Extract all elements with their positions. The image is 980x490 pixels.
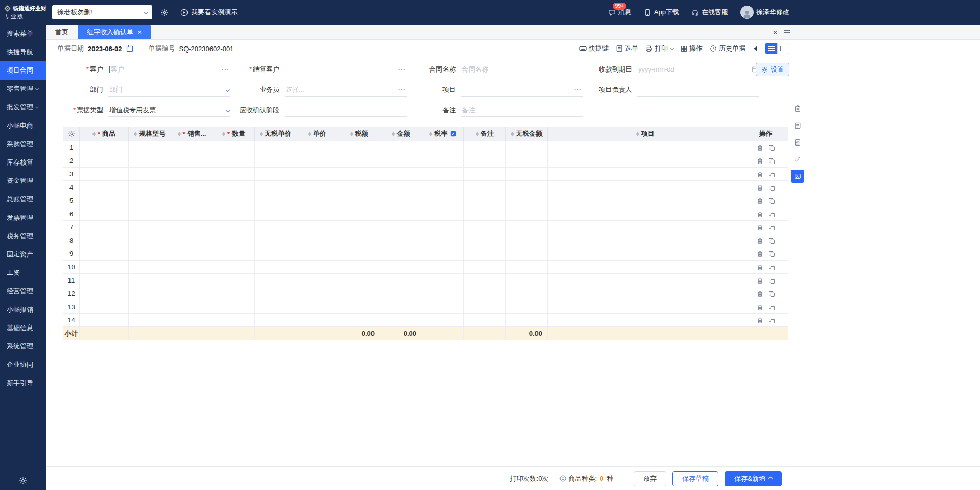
card-view-toggle[interactable] bbox=[777, 43, 789, 54]
grid-cell[interactable] bbox=[171, 287, 213, 300]
sort-icons[interactable] bbox=[476, 132, 479, 136]
grid-cell[interactable] bbox=[548, 168, 743, 181]
grid-cell[interactable] bbox=[380, 261, 422, 274]
save-and-new-button[interactable]: 保存&新增 bbox=[725, 471, 782, 486]
online-service-button[interactable]: 在线客服 bbox=[691, 8, 728, 17]
sidebar-item[interactable]: 批发管理 bbox=[0, 98, 46, 116]
salesman-input[interactable]: 选择... ··· bbox=[285, 83, 407, 97]
due-date-input[interactable]: yyyy-mm-dd bbox=[637, 63, 759, 76]
grid-cell[interactable] bbox=[338, 247, 380, 261]
grid-cell[interactable] bbox=[506, 154, 548, 168]
grid-cell[interactable] bbox=[213, 261, 255, 274]
column-header[interactable]: 规格型号 bbox=[129, 127, 171, 141]
grid-cell[interactable] bbox=[296, 247, 338, 261]
grid-cell[interactable] bbox=[464, 154, 506, 168]
grid-cell[interactable] bbox=[171, 154, 213, 168]
grid-cell[interactable] bbox=[80, 194, 129, 207]
demo-link[interactable]: 我要看实例演示 bbox=[180, 8, 238, 17]
grid-cell[interactable] bbox=[548, 207, 743, 221]
grid-cell[interactable] bbox=[380, 168, 422, 181]
print-button[interactable]: 打印 bbox=[645, 44, 673, 53]
grid-cell[interactable] bbox=[422, 207, 464, 221]
calculator-panel-icon[interactable] bbox=[791, 136, 804, 149]
grid-settings-header[interactable] bbox=[63, 127, 80, 141]
grid-cell[interactable] bbox=[129, 274, 171, 287]
grid-cell[interactable] bbox=[80, 181, 129, 194]
grid-cell[interactable] bbox=[338, 154, 380, 168]
tab[interactable]: 首页 bbox=[46, 25, 78, 39]
grid-cell[interactable] bbox=[422, 181, 464, 194]
invoice-type-select[interactable]: 增值税专用发票 bbox=[108, 104, 230, 117]
grid-cell[interactable] bbox=[506, 168, 548, 181]
grid-cell[interactable] bbox=[380, 207, 422, 221]
sidebar-item[interactable]: 新手引导 bbox=[0, 374, 46, 392]
grid-cell[interactable] bbox=[129, 141, 171, 154]
grid-cell[interactable] bbox=[296, 168, 338, 181]
grid-cell[interactable] bbox=[129, 287, 171, 300]
delete-row-icon[interactable] bbox=[757, 291, 763, 297]
grid-cell[interactable] bbox=[129, 168, 171, 181]
copy-row-icon[interactable] bbox=[768, 317, 775, 324]
app-download-button[interactable]: App下载 bbox=[644, 8, 679, 17]
grid-cell[interactable] bbox=[422, 194, 464, 207]
grid-cell[interactable] bbox=[255, 287, 296, 300]
grid-cell[interactable] bbox=[80, 314, 129, 327]
column-header[interactable]: *商品 bbox=[80, 127, 129, 141]
grid-cell[interactable] bbox=[213, 221, 255, 234]
grid-cell[interactable] bbox=[80, 154, 129, 168]
grid-cell[interactable] bbox=[338, 274, 380, 287]
grid-cell[interactable] bbox=[296, 274, 338, 287]
lookup-icon[interactable]: ··· bbox=[574, 86, 582, 94]
grid-cell[interactable] bbox=[255, 234, 296, 247]
grid-cell[interactable] bbox=[296, 181, 338, 194]
grid-cell[interactable] bbox=[380, 314, 422, 327]
grid-cell[interactable] bbox=[548, 261, 743, 274]
sidebar-item[interactable]: 零售管理 bbox=[0, 80, 46, 98]
gear-icon[interactable] bbox=[68, 130, 75, 137]
sort-icons[interactable] bbox=[260, 132, 263, 136]
grid-cell[interactable] bbox=[422, 287, 464, 300]
grid-cell[interactable] bbox=[255, 247, 296, 261]
grid-cell[interactable] bbox=[213, 141, 255, 154]
grid-cell[interactable] bbox=[129, 221, 171, 234]
grid-cell[interactable] bbox=[380, 274, 422, 287]
copy-row-icon[interactable] bbox=[768, 145, 775, 151]
grid-cell[interactable] bbox=[296, 234, 338, 247]
grid-cell[interactable] bbox=[171, 141, 213, 154]
image-panel-icon[interactable] bbox=[791, 170, 804, 183]
grid-cell[interactable] bbox=[171, 207, 213, 221]
grid-cell[interactable] bbox=[255, 274, 296, 287]
grid-cell[interactable] bbox=[338, 168, 380, 181]
grid-cell[interactable] bbox=[171, 300, 213, 314]
copy-row-icon[interactable] bbox=[768, 171, 775, 178]
grid-cell[interactable] bbox=[296, 314, 338, 327]
delete-row-icon[interactable] bbox=[757, 224, 763, 231]
copy-row-icon[interactable] bbox=[768, 264, 775, 271]
settings-button[interactable]: 设置 bbox=[756, 63, 789, 76]
close-icon[interactable]: × bbox=[137, 29, 142, 36]
grid-cell[interactable] bbox=[296, 194, 338, 207]
sidebar-item[interactable]: 快捷导航 bbox=[0, 43, 46, 61]
column-header[interactable]: *销售... bbox=[171, 127, 213, 141]
sidebar-settings-gear-icon[interactable] bbox=[0, 477, 46, 485]
grid-cell[interactable] bbox=[213, 300, 255, 314]
grid-cell[interactable] bbox=[213, 247, 255, 261]
grid-cell[interactable] bbox=[380, 300, 422, 314]
close-tabs-icon[interactable]: × bbox=[773, 28, 778, 37]
grid-cell[interactable] bbox=[506, 300, 548, 314]
grid-cell[interactable] bbox=[548, 141, 743, 154]
delete-row-icon[interactable] bbox=[757, 238, 763, 244]
grid-cell[interactable] bbox=[422, 314, 464, 327]
grid-cell[interactable] bbox=[506, 314, 548, 327]
grid-cell[interactable] bbox=[255, 261, 296, 274]
grid-cell[interactable] bbox=[338, 261, 380, 274]
copy-row-icon[interactable] bbox=[768, 211, 775, 218]
grid-cell[interactable] bbox=[506, 274, 548, 287]
grid-cell[interactable] bbox=[171, 168, 213, 181]
grid-cell[interactable] bbox=[464, 207, 506, 221]
attachment-panel-icon[interactable] bbox=[791, 153, 804, 166]
grid-cell[interactable] bbox=[296, 154, 338, 168]
grid-cell[interactable] bbox=[380, 154, 422, 168]
grid-cell[interactable] bbox=[338, 314, 380, 327]
chevron-down-icon[interactable] bbox=[226, 88, 229, 91]
